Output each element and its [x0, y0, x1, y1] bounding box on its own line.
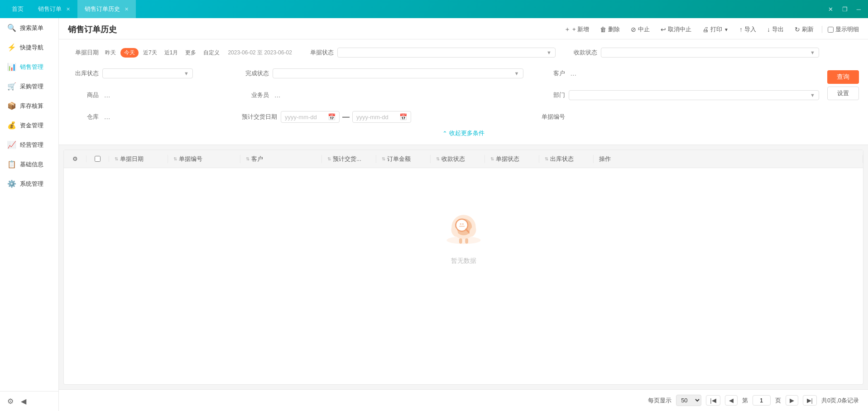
pay-status-sort-icon[interactable]: ⇅	[436, 156, 440, 161]
th-delivery: ⇅ 预计交货...	[322, 155, 376, 163]
delivery-date-end-input[interactable]: yyyy-mm-dd 📅	[352, 111, 411, 123]
prev-page-btn[interactable]: ◀	[725, 395, 738, 406]
first-page-btn[interactable]: |◀	[706, 395, 720, 406]
empty-text: 暂无数据	[451, 257, 476, 265]
doc-status-arrow: ▼	[547, 50, 551, 55]
out-status-sort-icon[interactable]: ⇅	[545, 156, 548, 161]
sidebar-label-quick-nav: 快捷导航	[20, 44, 43, 52]
stop-label: 中止	[638, 25, 650, 34]
shortcut-1month[interactable]: 近1月	[162, 48, 181, 58]
th-date-label: 单据日期	[120, 155, 144, 163]
cancel-stop-button[interactable]: ↩ 取消中止	[658, 24, 694, 35]
tab-sales-order[interactable]: 销售订单 ✕	[31, 0, 77, 18]
next-page-btn[interactable]: ▶	[786, 395, 798, 406]
top-bar-restore-btn[interactable]: ❐	[839, 5, 850, 14]
stop-button[interactable]: ⊘ 中止	[628, 24, 652, 35]
show-detail-checkbox[interactable]	[828, 27, 834, 33]
export-button[interactable]: ↓ 导出	[764, 24, 786, 35]
shortcut-7days[interactable]: 近7天	[140, 48, 160, 58]
tab-home-label: 首页	[12, 5, 24, 13]
amount-sort-icon[interactable]: ⇅	[382, 156, 385, 161]
sidebar-item-finance[interactable]: 💰 资金管理	[0, 116, 58, 135]
filter-collapse-row: ⌃ 收起更多条件	[68, 127, 859, 139]
filter-cell-complete-status: 完成状态 ▼	[238, 66, 527, 81]
print-label: 打印	[710, 25, 722, 34]
operations-icon: 📈	[7, 140, 16, 149]
tab-sales-order-history[interactable]: 销售订单历史 ✕	[77, 0, 136, 18]
page-title: 销售订单历史	[68, 24, 117, 35]
top-bar-minimize-btn[interactable]: ─	[854, 5, 863, 14]
shortcut-more[interactable]: 更多	[182, 48, 199, 58]
sidebar-item-purchase-mgmt[interactable]: 🛒 采购管理	[0, 77, 58, 96]
product-dots[interactable]: ...	[102, 89, 112, 101]
sidebar-label-sales-mgmt: 销售管理	[20, 63, 43, 71]
page-size-select[interactable]: 50 20 100	[676, 395, 701, 406]
sidebar-collapse-icon[interactable]: ◀	[21, 397, 26, 406]
delivery-date-label: 预计交货日期	[242, 113, 277, 121]
shortcut-yesterday[interactable]: 昨天	[102, 48, 119, 58]
page-number-input[interactable]	[753, 395, 771, 406]
sidebar-item-sales-mgmt[interactable]: 📊 销售管理	[0, 57, 58, 77]
customer-dots[interactable]: ...	[569, 68, 578, 79]
tab-sales-order-history-close[interactable]: ✕	[125, 6, 129, 12]
sidebar-item-search-menu[interactable]: 🔍 搜索菜单	[0, 18, 58, 38]
salesperson-label: 业务员	[242, 91, 269, 99]
print-button[interactable]: 🖨 打印 ▼	[700, 24, 731, 35]
filter-cell-warehouse: 仓库 ...	[68, 108, 231, 126]
department-select[interactable]: ▼	[569, 90, 820, 100]
print-dropdown-icon[interactable]: ▼	[724, 27, 729, 32]
out-status-select[interactable]: ▼	[102, 68, 193, 78]
refresh-button[interactable]: ↻ 刷新	[792, 24, 816, 35]
cal-end-icon: 📅	[399, 113, 407, 121]
docno-sort-icon[interactable]: ⇅	[173, 156, 177, 161]
th-docno-label: 单据编号	[179, 155, 202, 163]
complete-status-select[interactable]: ▼	[273, 68, 523, 78]
filter-row-3: 商品 ... 业务员 ... 部门 ▼	[68, 87, 823, 104]
import-button[interactable]: ↑ 导入	[737, 24, 759, 35]
sidebar-settings-icon[interactable]: ⚙	[7, 397, 14, 406]
warehouse-dots[interactable]: ...	[102, 111, 112, 123]
sidebar-item-operations[interactable]: 📈 经营管理	[0, 135, 58, 155]
filter-main-row: 单据日期 昨天 今天 近7天 近1月 更多 自定义 2023-06-02 至 2…	[68, 45, 859, 126]
receipt-status-select[interactable]: ▼	[601, 48, 819, 58]
filter-table-wrapper: 单据日期 昨天 今天 近7天 近1月 更多 自定义 2023-06-02 至 2…	[59, 39, 868, 411]
docno-label: 单据编号	[538, 113, 565, 121]
shortcut-today[interactable]: 今天	[120, 48, 139, 58]
settings-col-icon: ⚙	[72, 155, 78, 162]
th-customer: ⇅ 客户	[240, 155, 322, 163]
th-settings[interactable]: ⚙	[64, 155, 86, 162]
department-arrow: ▼	[810, 92, 815, 98]
table-area: ⚙ ⇅ 单据日期 ⇅ 单据编号 ⇅ 客户	[63, 150, 863, 385]
sidebar-item-system-mgmt[interactable]: ⚙️ 系统管理	[0, 174, 58, 193]
date-sort-icon[interactable]: ⇅	[115, 156, 118, 161]
th-checkbox[interactable]	[86, 156, 109, 162]
page-word: 第	[742, 396, 748, 405]
select-all-checkbox[interactable]	[95, 156, 101, 162]
sidebar-label-system-mgmt: 系统管理	[20, 180, 43, 188]
collapse-button[interactable]: ⌃ 收起更多条件	[441, 127, 486, 139]
filter-cell-department: 部门 ▼	[534, 87, 823, 103]
filter-cell-date: 单据日期 昨天 今天 近7天 近1月 更多 自定义 2023-06-02 至 2…	[68, 45, 296, 60]
add-button[interactable]: ＋ + 新增	[561, 24, 592, 35]
doc-status-sort-icon[interactable]: ⇅	[490, 156, 494, 161]
top-bar-close-btn[interactable]: ✕	[825, 5, 836, 14]
delete-button[interactable]: 🗑 删除	[597, 24, 623, 35]
salesperson-dots[interactable]: ...	[273, 89, 282, 101]
sidebar-item-basic-info[interactable]: 📋 基础信息	[0, 155, 58, 174]
main-layout: 🔍 搜索菜单 ⚡ 快捷导航 📊 销售管理 🛒 采购管理 📦 库存核算 💰 资金管…	[0, 18, 868, 411]
tab-sales-order-close[interactable]: ✕	[66, 6, 70, 12]
delivery-sort-icon[interactable]: ⇅	[327, 156, 331, 161]
query-button[interactable]: 查询	[827, 70, 859, 84]
customer-label: 客户	[538, 69, 565, 77]
doc-status-select[interactable]: ▼	[337, 48, 556, 58]
sidebar-item-inventory[interactable]: 📦 库存核算	[0, 96, 58, 116]
shortcut-custom[interactable]: 自定义	[201, 48, 222, 58]
th-amount: ⇅ 订单金额	[376, 155, 431, 163]
tab-home[interactable]: 首页	[5, 0, 31, 18]
sidebar-item-quick-nav[interactable]: ⚡ 快捷导航	[0, 38, 58, 57]
customer-sort-icon[interactable]: ⇅	[246, 156, 249, 161]
last-page-btn[interactable]: ▶|	[803, 395, 817, 406]
delivery-date-start-input[interactable]: yyyy-mm-dd 📅	[281, 111, 340, 123]
show-detail-checkbox-label[interactable]: 显示明细	[828, 25, 859, 34]
settings-button[interactable]: 设置	[827, 87, 859, 100]
